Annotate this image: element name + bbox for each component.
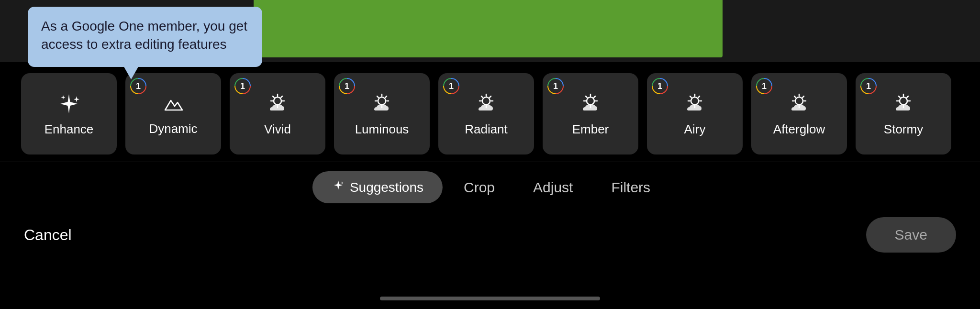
chip-icon-dynamic xyxy=(161,92,185,116)
g1-badge-afterglow: 1 xyxy=(756,78,773,95)
image-preview-green xyxy=(254,0,723,57)
svg-line-27 xyxy=(594,96,595,98)
chip-label-vivid: Vivid xyxy=(264,122,291,137)
tab-icon-suggestions xyxy=(332,179,345,196)
g1-circle-airy: 1 xyxy=(652,78,668,94)
chip-label-luminous: Luminous xyxy=(355,122,409,137)
g1-circle-dynamic: 1 xyxy=(130,78,146,94)
svg-line-41 xyxy=(802,96,804,98)
cancel-button[interactable]: Cancel xyxy=(24,221,72,249)
svg-point-21 xyxy=(587,97,594,105)
g1-badge-dynamic: 1 xyxy=(130,78,147,95)
svg-point-0 xyxy=(274,97,281,105)
chip-label-ember: Ember xyxy=(572,122,609,137)
chip-label-afterglow: Afterglow xyxy=(773,122,825,137)
tab-label-suggestions: Suggestions xyxy=(350,180,423,195)
svg-line-12 xyxy=(377,96,379,98)
chip-stormy[interactable]: 1 Stormy xyxy=(856,73,951,154)
chip-ember[interactable]: 1 Ember xyxy=(543,73,638,154)
chip-icon-vivid xyxy=(265,91,290,116)
svg-line-6 xyxy=(281,96,282,98)
g1-badge-luminous: 1 xyxy=(339,78,356,95)
chip-icon-luminous xyxy=(369,91,394,116)
g1-badge-airy: 1 xyxy=(652,78,669,95)
chip-label-airy: Airy xyxy=(684,122,706,137)
tooltip-text: As a Google One member, you get access t… xyxy=(41,19,247,52)
g1-circle-afterglow: 1 xyxy=(756,78,772,94)
g1-circle-ember: 1 xyxy=(547,78,564,94)
svg-line-40 xyxy=(794,96,796,98)
chip-radiant[interactable]: 1 Radiant xyxy=(438,73,534,154)
chip-icon-airy xyxy=(682,91,707,116)
svg-point-35 xyxy=(795,97,803,105)
chip-label-radiant: Radiant xyxy=(465,122,508,137)
tab-adjust[interactable]: Adjust xyxy=(516,173,590,202)
svg-line-20 xyxy=(490,96,491,98)
chip-enhance[interactable]: Enhance xyxy=(21,73,117,154)
svg-line-33 xyxy=(690,96,691,98)
chip-label-enhance: Enhance xyxy=(45,122,94,137)
svg-point-42 xyxy=(900,97,907,105)
section-divider xyxy=(0,162,980,162)
svg-line-5 xyxy=(273,96,274,98)
svg-line-13 xyxy=(385,96,387,98)
chip-luminous[interactable]: 1 Luminous xyxy=(334,73,430,154)
action-row: Cancel Save xyxy=(0,213,980,256)
google-one-tooltip: As a Google One member, you get access t… xyxy=(28,7,262,67)
filter-chips-row: Enhance1 Dynamic1 Vivid1 Luminous1 xyxy=(0,71,980,157)
svg-line-48 xyxy=(907,96,908,98)
editing-tabs: SuggestionsCropAdjustFilters xyxy=(312,171,668,203)
chip-icon-enhance xyxy=(56,91,81,116)
g1-badge-radiant: 1 xyxy=(443,78,460,95)
home-indicator xyxy=(380,297,600,300)
g1-circle-radiant: 1 xyxy=(443,78,459,94)
svg-line-19 xyxy=(481,96,483,98)
svg-line-34 xyxy=(698,96,700,98)
chip-label-stormy: Stormy xyxy=(884,122,923,137)
svg-point-28 xyxy=(691,97,699,105)
g1-badge-ember: 1 xyxy=(547,78,565,95)
chip-afterglow[interactable]: 1 Afterglow xyxy=(751,73,847,154)
tab-suggestions[interactable]: Suggestions xyxy=(312,171,443,203)
chip-icon-radiant xyxy=(474,91,499,116)
g1-badge-stormy: 1 xyxy=(860,78,878,95)
chip-icon-ember xyxy=(578,91,603,116)
svg-point-7 xyxy=(378,97,386,105)
svg-point-14 xyxy=(482,97,490,105)
chip-icon-stormy xyxy=(891,91,916,116)
tab-filters[interactable]: Filters xyxy=(594,173,668,202)
chip-airy[interactable]: 1 Airy xyxy=(647,73,743,154)
tab-crop[interactable]: Crop xyxy=(446,173,512,202)
g1-circle-vivid: 1 xyxy=(234,78,251,94)
g1-circle-luminous: 1 xyxy=(339,78,355,94)
chip-vivid[interactable]: 1 Vivid xyxy=(230,73,325,154)
chip-icon-afterglow xyxy=(787,91,812,116)
svg-line-26 xyxy=(586,96,587,98)
chip-dynamic[interactable]: 1 Dynamic xyxy=(125,73,221,154)
svg-line-47 xyxy=(899,96,900,98)
save-button[interactable]: Save xyxy=(866,217,956,253)
g1-badge-vivid: 1 xyxy=(234,78,252,95)
chip-label-dynamic: Dynamic xyxy=(149,121,197,136)
g1-circle-stormy: 1 xyxy=(860,78,877,94)
